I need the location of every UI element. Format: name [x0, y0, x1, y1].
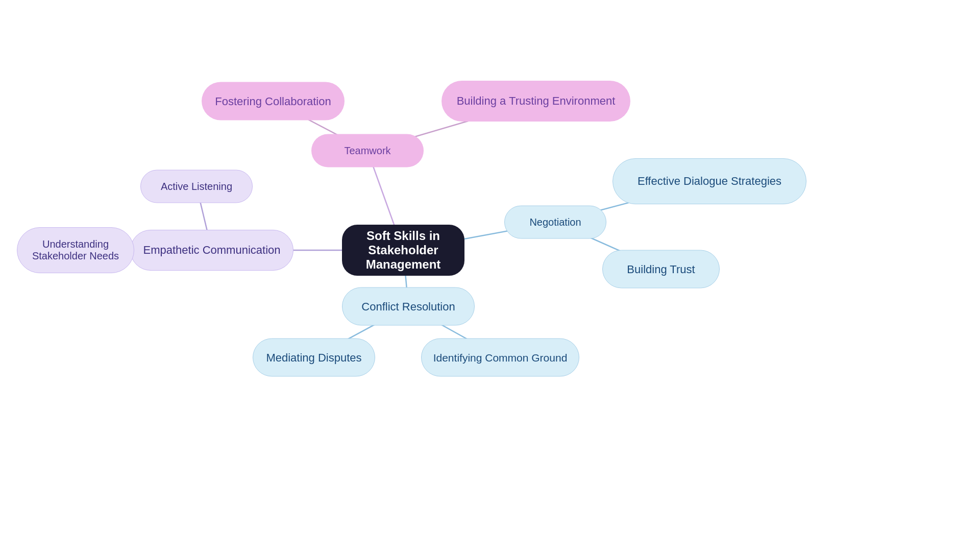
center-node[interactable]: Soft Skills in Stakeholder Management — [342, 225, 464, 276]
active-listening-label: Active Listening — [161, 181, 232, 193]
negotiation-label: Negotiation — [529, 217, 581, 228]
common-ground-node[interactable]: Identifying Common Ground — [421, 339, 579, 377]
empathetic-node[interactable]: Empathetic Communication — [130, 230, 293, 271]
building-trust-node[interactable]: Building Trust — [602, 250, 720, 288]
fostering-node[interactable]: Fostering Collaboration — [202, 82, 345, 121]
building-trusting-node[interactable]: Building a Trusting Environment — [442, 81, 630, 122]
effective-dialogue-node[interactable]: Effective Dialogue Strategies — [612, 158, 806, 204]
active-listening-node[interactable]: Active Listening — [140, 170, 253, 203]
mediating-label: Mediating Disputes — [266, 351, 361, 364]
empathetic-label: Empathetic Communication — [143, 244, 280, 257]
negotiation-node[interactable]: Negotiation — [504, 206, 606, 239]
center-label: Soft Skills in Stakeholder Management — [342, 229, 464, 272]
common-ground-label: Identifying Common Ground — [433, 351, 568, 364]
understanding-label: Understanding Stakeholder Needs — [17, 238, 134, 262]
understanding-node[interactable]: Understanding Stakeholder Needs — [17, 227, 134, 273]
effective-dialogue-label: Effective Dialogue Strategies — [638, 175, 781, 188]
conflict-node[interactable]: Conflict Resolution — [342, 287, 475, 326]
conflict-label: Conflict Resolution — [361, 300, 455, 313]
teamwork-label: Teamwork — [344, 145, 390, 157]
fostering-label: Fostering Collaboration — [215, 94, 331, 108]
building-trusting-label: Building a Trusting Environment — [457, 94, 616, 108]
mediating-node[interactable]: Mediating Disputes — [253, 339, 375, 377]
teamwork-node[interactable]: Teamwork — [311, 134, 424, 167]
building-trust-label: Building Trust — [627, 262, 695, 276]
